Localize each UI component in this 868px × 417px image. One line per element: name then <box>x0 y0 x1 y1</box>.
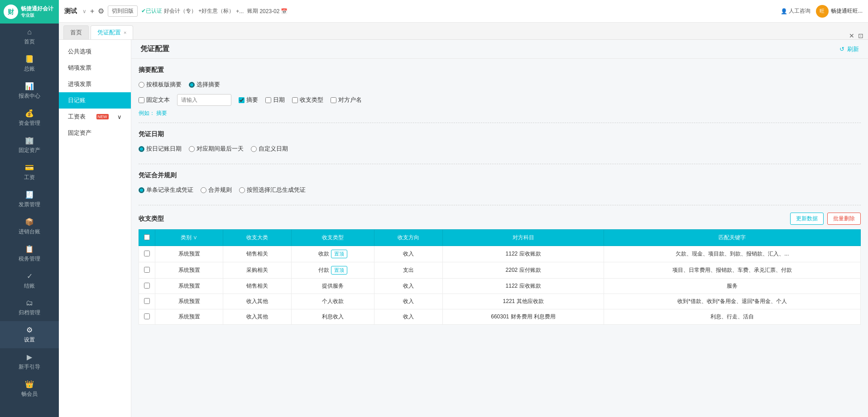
sidebar-item-label: 总账 <box>24 65 35 73</box>
sidebar-item-purchase[interactable]: 📦 进销台账 <box>0 213 59 240</box>
new-badge: NEW <box>96 114 109 119</box>
sidebar-item-home[interactable]: ⌂ 首页 <box>0 24 59 50</box>
badge-zhiding-1[interactable]: 置顶 <box>331 266 347 275</box>
date-radio-journal[interactable]: 按日记账日期 <box>139 145 182 153</box>
calendar-icon[interactable]: 📅 <box>281 8 288 14</box>
th-major-type: 收支大类 <box>223 230 291 246</box>
row-category-0: 系统预置 <box>155 246 223 262</box>
left-panel-item-salary-sheet[interactable]: 工资表NEW∨ <box>59 109 131 125</box>
refresh-icon: ↺ <box>839 46 844 52</box>
logo-name: 畅捷通好会计 <box>21 5 53 13</box>
checkbox-fixed-text[interactable]: 固定文本 <box>139 96 170 104</box>
merge-section: 凭证合并规则 单条记录生成凭证 合并规则 按照选择汇总生成凭证 <box>139 164 861 205</box>
add-icon[interactable]: + <box>90 7 94 15</box>
sidebar-item-assets[interactable]: 🏢 固定资产 <box>0 132 59 159</box>
refresh-button[interactable]: ↺ 刷新 <box>839 45 859 53</box>
sidebar: 财 畅捷通好会计 专业版 ⌂ 首页 📒 总账 📊 报表中心 💰 资金管理 🏢 固… <box>0 0 59 417</box>
table-header: 类别 ∨ 收支大类 收支类型 收支方向 对方科目 匹配关键字 <box>139 230 861 246</box>
sidebar-item-report[interactable]: 📊 报表中心 <box>0 77 59 104</box>
row-major-type-2: 销售相关 <box>223 279 291 294</box>
sidebar-item-ledger[interactable]: 📒 总账 <box>0 50 59 77</box>
sidebar-item-member[interactable]: 👑 畅会员 <box>0 375 59 403</box>
old-version-button[interactable]: 切到旧版 <box>108 5 138 17</box>
badge-zhiding-0[interactable]: 置顶 <box>331 250 347 258</box>
tab-close-voucher-config[interactable]: × <box>124 30 126 35</box>
gear-icon[interactable]: ⚙ <box>98 7 104 15</box>
select-all-checkbox[interactable] <box>144 234 150 240</box>
sidebar-item-funds[interactable]: 💰 资金管理 <box>0 104 59 132</box>
merge-radio-group: 单条记录生成凭证 合并规则 按照选择汇总生成凭证 <box>139 186 861 194</box>
row-checkbox-2[interactable] <box>139 279 155 294</box>
summary-radio-template[interactable]: 按模板版摘要 <box>139 81 182 89</box>
left-panel-item-purchase-invoice[interactable]: 进项发票 <box>59 76 131 92</box>
row-checkbox-0[interactable] <box>139 246 155 262</box>
sidebar-item-guide[interactable]: ▶ 新手引导 <box>0 348 59 375</box>
topbar-tags: ✔已认证 好会计（专） +好生意（标） +... <box>141 7 244 15</box>
sidebar-item-invoice[interactable]: 🧾 发票管理 <box>0 186 59 213</box>
tabs-bar: 首页凭证配置× ✕ ⊡ <box>59 23 868 40</box>
sidebar-item-label: 归档管理 <box>19 309 40 317</box>
row-direction-4: 收入 <box>374 309 442 325</box>
checkbox-income-type[interactable]: 收支类型 <box>292 96 323 104</box>
support-button[interactable]: 👤 人工咨询 <box>781 7 810 15</box>
salary-icon: 💳 <box>25 163 34 172</box>
sidebar-item-label: 进销台账 <box>19 228 40 236</box>
left-panel-item-public[interactable]: 公共选项 <box>59 43 131 60</box>
left-panel-item-sales-invoice[interactable]: 销项发票 <box>59 60 131 76</box>
row-direction-1: 支出 <box>374 262 442 279</box>
row-account-2: 1122 应收账款 <box>442 279 604 294</box>
sidebar-item-settings[interactable]: ⚙ 设置 <box>0 321 59 348</box>
batch-delete-button[interactable]: 批量删除 <box>827 213 861 225</box>
row-checkbox-3[interactable] <box>139 294 155 309</box>
summary-title: 摘要配置 <box>139 66 861 74</box>
summary-example: 例如： 摘要 <box>139 109 861 117</box>
row-checkbox-1[interactable] <box>139 262 155 279</box>
tab-home[interactable]: 首页 <box>63 25 89 39</box>
left-panel-label: 工资表 <box>68 113 86 121</box>
checkbox-date[interactable]: 日期 <box>265 96 285 104</box>
purchase-icon: 📦 <box>25 218 34 226</box>
row-category-4: 系统预置 <box>155 309 223 325</box>
sidebar-item-label: 税务管理 <box>19 255 40 263</box>
merge-radio-merge[interactable]: 合并规则 <box>201 186 232 194</box>
merge-radio-single[interactable]: 单条记录生成凭证 <box>139 186 193 194</box>
sidebar-item-label: 报表中心 <box>19 92 40 100</box>
left-panel-item-journal[interactable]: 日记账 <box>59 92 131 109</box>
row-income-type-3: 个人收款 <box>291 294 374 309</box>
summary-radio-group: 按模板版摘要 选择摘要 <box>139 81 861 89</box>
merge-radio-summary[interactable]: 按照选择汇总生成凭证 <box>239 186 306 194</box>
date-radio-custom[interactable]: 自定义日期 <box>251 145 288 153</box>
sidebar-item-label: 新手引导 <box>19 363 40 371</box>
row-major-type-1: 采购相关 <box>223 262 291 279</box>
date-radio-period-last[interactable]: 对应期间最后一天 <box>189 145 244 153</box>
table-header-row: 类别 ∨ 收支大类 收支类型 收支方向 对方科目 匹配关键字 <box>139 230 861 246</box>
company-dropdown-icon[interactable]: ∨ <box>82 8 86 14</box>
row-checkbox-4[interactable] <box>139 309 155 325</box>
left-panel-label: 进项发票 <box>68 81 91 87</box>
funds-icon: 💰 <box>25 109 34 118</box>
window-close-button[interactable]: ✕ <box>849 32 854 39</box>
th-category[interactable]: 类别 ∨ <box>155 230 223 246</box>
fixed-text-input[interactable] <box>177 94 231 106</box>
row-keywords-1: 项目、日常费用、报销款、车费、承兑汇票、付款 <box>604 262 861 279</box>
update-data-button[interactable]: 更新数据 <box>790 213 824 225</box>
checkbox-summary[interactable]: 摘要 <box>239 96 258 104</box>
checkbox-counterpart[interactable]: 对方户名 <box>331 96 362 104</box>
sidebar-item-tax[interactable]: 📋 税务管理 <box>0 240 59 267</box>
sidebar-item-archive[interactable]: 🗂 归档管理 <box>0 294 59 321</box>
tag-more: +... <box>236 8 244 14</box>
row-direction-2: 收入 <box>374 279 442 294</box>
summary-radio-select[interactable]: 选择摘要 <box>189 81 220 89</box>
row-category-1: 系统预置 <box>155 262 223 279</box>
left-panel-item-fixed-assets[interactable]: 固定资产 <box>59 125 131 141</box>
support-icon: 👤 <box>781 8 787 14</box>
th-direction: 收支方向 <box>374 230 442 246</box>
sidebar-item-salary[interactable]: 💳 工资 <box>0 159 59 186</box>
tab-voucher-config[interactable]: 凭证配置× <box>91 25 133 39</box>
window-maximize-button[interactable]: ⊡ <box>858 32 863 39</box>
th-account: 对方科目 <box>442 230 604 246</box>
sidebar-item-close[interactable]: ✓ 结账 <box>0 267 59 294</box>
th-keywords: 匹配关键字 <box>604 230 861 246</box>
user-profile[interactable]: 旺 畅捷通旺旺... <box>816 5 863 18</box>
page-title: 凭证配置 <box>140 44 169 54</box>
